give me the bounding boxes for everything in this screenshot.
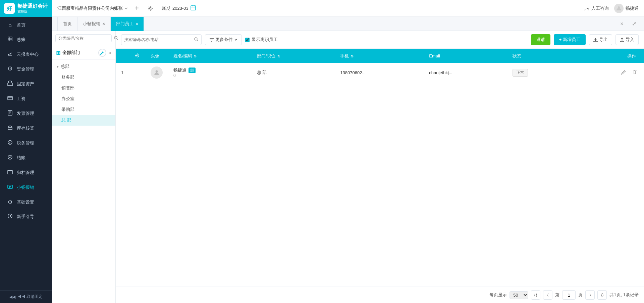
add-tab-button[interactable]: + xyxy=(132,4,142,13)
sidebar-item-salary[interactable]: 工资 xyxy=(0,91,52,106)
reports-icon xyxy=(7,51,13,58)
dept-item-sales[interactable]: 销售部 xyxy=(52,83,115,93)
dept-group-name: 总部 xyxy=(61,63,69,70)
archive-icon xyxy=(7,169,13,176)
svg-text:¥: ¥ xyxy=(9,141,11,144)
help-label: 人工咨询 xyxy=(591,5,609,11)
edit-employee-button[interactable] xyxy=(620,69,628,76)
sidebar-item-fixed-assets-label: 固定资产 xyxy=(17,81,34,87)
tax-icon: ¥ xyxy=(7,140,13,146)
logo-icon: 好 xyxy=(4,3,15,14)
sidebar-item-invoice[interactable]: 发票管理 xyxy=(0,106,52,121)
next-page-button[interactable]: ⟩ xyxy=(585,290,595,300)
last-page-button[interactable]: ⟩⟩ xyxy=(597,290,607,300)
employee-dept-badge: 部 xyxy=(189,68,196,73)
tab-home[interactable]: 首页 xyxy=(57,17,77,31)
emp-search-icon[interactable] xyxy=(194,37,199,43)
sidebar-nav: ⌂ 首页 总账 云报表中心 资金管理 xyxy=(0,17,52,290)
emp-search-input[interactable] xyxy=(124,37,194,42)
sidebar-item-checkout[interactable]: 结账 xyxy=(0,150,52,165)
user-avatar xyxy=(614,4,624,13)
sidebar-item-ledger-label: 总账 xyxy=(17,37,25,43)
sidebar-item-tax[interactable]: ¥ 税务管理 xyxy=(0,136,52,150)
topbar-settings-button[interactable] xyxy=(146,4,155,13)
user-name: 畅捷通 xyxy=(626,5,639,11)
col-phone[interactable]: 手机 ⇅ xyxy=(335,49,424,63)
per-page-label: 每页显示 xyxy=(489,292,507,298)
import-label: 导入 xyxy=(626,37,634,43)
dept-grid-icon: ⊞ xyxy=(56,50,60,56)
col-settings[interactable] xyxy=(129,49,145,63)
delete-employee-button[interactable] xyxy=(631,69,639,76)
dept-item-headquarters[interactable]: 总 部 xyxy=(52,115,115,126)
sidebar-item-settings[interactable]: ⚙ 基础设置 xyxy=(0,195,52,209)
svg-line-37 xyxy=(197,40,199,41)
calendar-icon[interactable] xyxy=(191,5,196,11)
tab-xiaochang-expense[interactable]: 小畅报销 × xyxy=(77,17,111,31)
svg-point-41 xyxy=(137,55,138,56)
import-button[interactable]: 导入 xyxy=(615,34,639,45)
guide-icon: ? xyxy=(7,213,13,220)
sidebar-item-home-label: 首页 xyxy=(17,22,25,28)
col-dept[interactable]: 部门/职位 ⇅ xyxy=(252,49,335,63)
cancel-fixed-label: ◀◀ 取消固定 xyxy=(17,294,43,300)
sidebar-item-archive[interactable]: 归档管理 xyxy=(0,165,52,180)
xiaochang-icon xyxy=(7,184,13,191)
sidebar-item-assets-mgmt[interactable]: 资金管理 xyxy=(0,62,52,77)
dept-all-header: ⊞ 全部部门 « xyxy=(52,46,115,60)
dept-item-purchase[interactable]: 采购部 xyxy=(52,104,115,115)
col-name[interactable]: 姓名/编码 ⇅ xyxy=(168,49,252,63)
tab-dept-employee-close[interactable]: × xyxy=(136,21,138,26)
show-resigned-checkbox[interactable] xyxy=(245,38,250,42)
sidebar-item-fixed-assets[interactable]: 固定资产 xyxy=(0,77,52,91)
help-button[interactable]: 人工咨询 xyxy=(585,5,609,11)
sidebar-item-ledger[interactable]: 总账 xyxy=(0,32,52,47)
main-content: ⊞ 全部部门 « ▼ 总部 xyxy=(52,31,644,303)
inventory-icon xyxy=(7,125,13,132)
sidebar-item-invoice-label: 发票管理 xyxy=(17,111,34,117)
prev-page-button[interactable]: ⟨ xyxy=(543,290,552,300)
cancel-fixed-button[interactable]: ◀◀ ◀◀ 取消固定 xyxy=(0,290,52,303)
employee-avatar xyxy=(151,67,163,79)
dept-edit-button[interactable] xyxy=(98,49,106,57)
app-version: 旗舰版 xyxy=(17,9,48,14)
row-action-buttons xyxy=(577,69,639,76)
show-resigned-label: 显示离职员工 xyxy=(252,37,278,43)
show-resigned-toggle[interactable]: 显示离职员工 xyxy=(245,37,278,43)
tab-dept-employee[interactable]: 部门员工 × xyxy=(111,17,144,31)
sidebar-item-assets-mgmt-label: 资金管理 xyxy=(17,66,34,72)
first-page-button[interactable]: ⟨⟨ xyxy=(531,290,540,300)
sidebar-item-reports[interactable]: 云报表中心 xyxy=(0,47,52,62)
per-page-select[interactable]: 50 10 20 100 xyxy=(509,291,528,299)
sidebar-item-inventory-label: 库存核算 xyxy=(17,125,34,131)
fixed-assets-icon xyxy=(7,81,13,87)
page-input[interactable] xyxy=(562,290,576,300)
pagination: 每页显示 50 10 20 100 ⟨⟨ ⟨ 第 页 ⟩ ⟩⟩ 共1页, 1条记… xyxy=(116,287,644,303)
dept-search-input[interactable] xyxy=(55,34,112,42)
dept-group-arrow: ▼ xyxy=(56,65,59,69)
svg-point-31 xyxy=(587,8,588,9)
svg-rect-0 xyxy=(8,37,12,41)
tab-xiaochang-expense-close[interactable]: × xyxy=(102,21,105,26)
more-filter-button[interactable]: 更多条件 xyxy=(205,34,242,45)
export-button[interactable]: 导出 xyxy=(589,34,612,45)
sidebar-item-inventory[interactable]: 库存核算 xyxy=(0,121,52,136)
user-menu[interactable]: 畅捷通 xyxy=(614,4,639,13)
add-employee-button[interactable]: + 新增员工 xyxy=(554,34,586,45)
invite-button[interactable]: 邀请 xyxy=(531,34,550,45)
dept-item-office[interactable]: 办公室 xyxy=(52,93,115,104)
tab-close-button[interactable]: × xyxy=(617,19,627,29)
sidebar-item-home[interactable]: ⌂ 首页 xyxy=(0,18,52,32)
sidebar-item-guide[interactable]: ? 新手引导 xyxy=(0,209,52,224)
company-name: 江西服宝精品有限责任公司内账张 xyxy=(57,5,123,11)
topbar-right: 人工咨询 畅捷通 xyxy=(585,4,639,13)
dept-item-finance[interactable]: 财务部 xyxy=(52,72,115,83)
sidebar-item-xiaochang[interactable]: 小畅报销 xyxy=(0,180,52,195)
dept-group-header[interactable]: ▼ 总部 xyxy=(52,61,115,72)
assets-mgmt-icon xyxy=(7,66,13,73)
svg-point-26 xyxy=(150,7,151,9)
dept-all-label[interactable]: ⊞ 全部部门 xyxy=(56,50,80,56)
company-selector[interactable]: 江西服宝精品有限责任公司内账张 xyxy=(57,5,128,11)
dept-collapse-button[interactable]: « xyxy=(108,50,111,56)
tab-expand-button[interactable]: ⤢ xyxy=(629,19,639,29)
